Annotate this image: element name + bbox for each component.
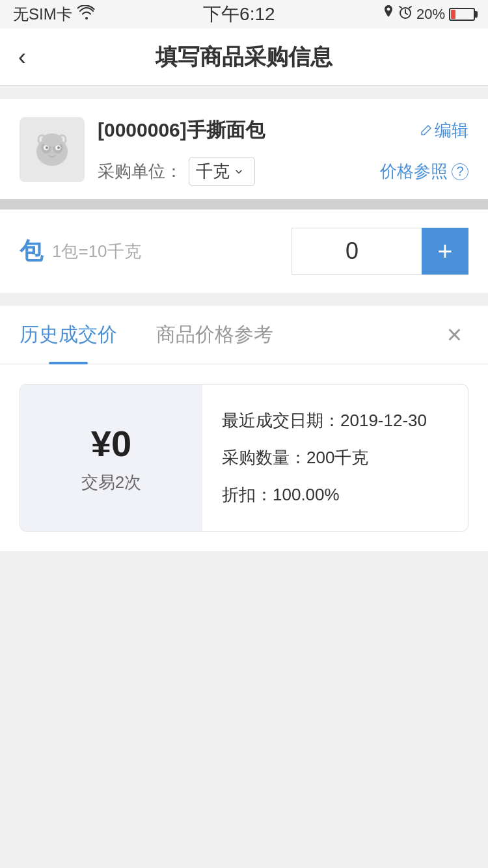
help-icon: ? (452, 163, 468, 180)
product-card: [0000006]手撕面包 编辑 采购单位： 千克 (0, 99, 488, 199)
battery-percent: 20% (416, 6, 445, 23)
history-left: ¥0 交易2次 (20, 385, 202, 531)
back-button[interactable]: ‹ (18, 44, 26, 71)
svg-line-3 (400, 7, 401, 8)
svg-point-10 (46, 146, 48, 149)
svg-line-2 (405, 13, 407, 14)
product-thumbnail (20, 117, 85, 182)
quantity-input-group: + (291, 228, 468, 275)
unit-label-text: 采购单位： (98, 160, 182, 183)
product-name: [0000006]手撕面包 (98, 117, 265, 144)
main-content: 历史成交价 商品价格参考 × ¥0 交易2次 最近成交日期：2019-12-30… (0, 306, 488, 826)
status-right: 20% (383, 5, 475, 23)
date-value: 2019-12-30 (340, 411, 427, 430)
svg-point-11 (57, 146, 60, 149)
quantity-row: 包 1包=10千克 + (0, 210, 488, 293)
tab-history-price[interactable]: 历史成交价 (20, 306, 117, 364)
wifi-icon (77, 5, 96, 23)
history-right: 最近成交日期：2019-12-30 采购数量：200千克 折扣：100.00% (202, 385, 468, 531)
tabs-group: 历史成交价 商品价格参考 (20, 306, 273, 364)
discount-label: 折扣： (222, 485, 273, 504)
alarm-icon (398, 5, 413, 23)
tabs-container: 历史成交价 商品价格参考 × (0, 306, 488, 364)
history-section: ¥0 交易2次 最近成交日期：2019-12-30 采购数量：200千克 折扣：… (0, 364, 488, 551)
carrier-text: 无SIM卡 (13, 4, 72, 25)
history-price: ¥0 (91, 422, 131, 465)
status-bar: 无SIM卡 下午6:12 20% (0, 0, 488, 29)
history-qty-row: 采购数量：200千克 (222, 445, 448, 470)
product-info-top: [0000006]手撕面包 编辑 (98, 117, 468, 144)
unit-large-text: 包 (20, 236, 43, 267)
page-title: 填写商品采购信息 (156, 42, 332, 72)
date-label: 最近成交日期： (222, 411, 340, 430)
unit-label-group: 包 1包=10千克 (20, 236, 141, 267)
battery-fill (451, 10, 455, 19)
location-icon (383, 5, 394, 23)
tab-product-price-ref[interactable]: 商品价格参考 (156, 306, 273, 364)
qty-value: 200千克 (306, 448, 368, 467)
close-tab-button[interactable]: × (441, 314, 468, 356)
gray-divider (0, 199, 488, 210)
status-left: 无SIM卡 (13, 4, 96, 25)
svg-point-12 (42, 133, 62, 146)
product-row: [0000006]手撕面包 编辑 采购单位： 千克 (20, 117, 468, 186)
price-ref-button[interactable]: 价格参照 ? (380, 160, 468, 183)
nav-bar: ‹ 填写商品采购信息 (0, 29, 488, 86)
status-time: 下午6:12 (203, 2, 275, 27)
product-info-bottom: 采购单位： 千克 价格参照 ? (98, 157, 468, 186)
plus-button[interactable]: + (422, 228, 468, 275)
qty-label: 采购数量： (222, 448, 306, 467)
unit-select[interactable]: 千克 (189, 157, 255, 186)
quantity-input[interactable] (291, 228, 422, 275)
discount-value: 100.00% (273, 485, 340, 504)
svg-line-4 (409, 7, 411, 8)
edit-button[interactable]: 编辑 (419, 119, 468, 142)
unit-equiv-text: 1包=10千克 (52, 240, 141, 263)
product-info: [0000006]手撕面包 编辑 采购单位： 千克 (98, 117, 468, 186)
history-discount-row: 折扣：100.00% (222, 482, 448, 508)
battery-icon (449, 8, 475, 21)
history-trade-count: 交易2次 (81, 471, 141, 494)
unit-row: 采购单位： 千克 (98, 157, 255, 186)
history-date-row: 最近成交日期：2019-12-30 (222, 408, 448, 433)
history-card: ¥0 交易2次 最近成交日期：2019-12-30 采购数量：200千克 折扣：… (20, 384, 468, 532)
